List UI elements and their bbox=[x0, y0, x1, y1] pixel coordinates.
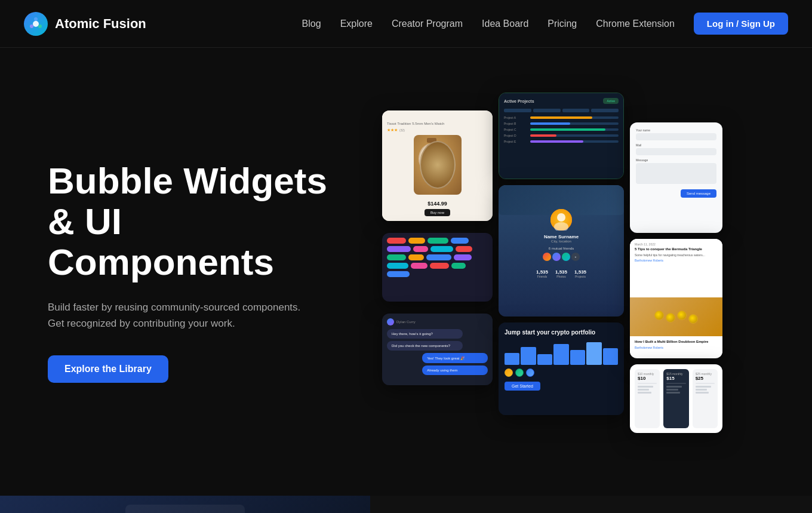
bottom-right-text: Get the Chrome Extension bbox=[370, 493, 812, 513]
svg-rect-11 bbox=[427, 175, 436, 180]
dashboard-row: Project E bbox=[504, 140, 619, 143]
profile-location: City, location bbox=[551, 239, 571, 243]
form-submit-button[interactable]: Send message bbox=[681, 189, 716, 198]
watch-image bbox=[414, 135, 462, 195]
crypto-card: Jump start your crypto portfolio Get Sta… bbox=[499, 322, 624, 415]
explore-library-button[interactable]: Explore the Library bbox=[48, 355, 168, 383]
crypto-bar bbox=[586, 342, 601, 365]
coin-4 bbox=[688, 314, 698, 324]
logo-icon bbox=[24, 12, 48, 36]
stat-friends-value: 1,535 bbox=[536, 269, 548, 275]
profile-inner: Name Surname City, location 6 mutual fri… bbox=[499, 185, 624, 317]
tag-pill bbox=[387, 238, 406, 244]
blog-image-2 bbox=[630, 297, 722, 336]
crypto-cta-button[interactable]: Get Started bbox=[505, 382, 540, 391]
navbar: Atomic Fusion Blog Explore Creator Progr… bbox=[0, 0, 812, 48]
crypto-bar bbox=[553, 344, 568, 365]
svg-point-8 bbox=[423, 150, 440, 167]
blog-coins bbox=[654, 311, 698, 324]
blog-headline-1: 5 Tips to conquer the Bermuda Triangle bbox=[635, 247, 718, 252]
crypto-inner: Jump start your crypto portfolio Get Sta… bbox=[499, 322, 624, 415]
crypto-chart bbox=[505, 341, 618, 365]
pricing-feature bbox=[666, 392, 680, 394]
logo[interactable]: Atomic Fusion bbox=[24, 12, 146, 36]
tag-pill bbox=[426, 254, 451, 260]
dashboard-title: Active Projects bbox=[504, 99, 534, 103]
tag-pill bbox=[387, 246, 411, 252]
mutual-avatar bbox=[543, 253, 551, 261]
crypto-bar bbox=[537, 354, 552, 365]
hero-subtitle-line2: Get recognized by contributing your work… bbox=[48, 318, 235, 329]
pricing-enterprise: $25 monthly $25 bbox=[693, 369, 718, 428]
tag-pill bbox=[387, 263, 408, 269]
screenshots-grid: Tissot Tradition 5.5mm Men's Watch ★★★ (… bbox=[382, 93, 788, 451]
nav-link-idea[interactable]: Idea Board bbox=[482, 19, 528, 29]
blog-body-1: Some helpful tips for navigating treache… bbox=[635, 253, 718, 257]
pricing-feature bbox=[696, 389, 707, 391]
mutual-friends-avatars: + bbox=[543, 253, 580, 261]
watch-buy-button[interactable]: Buy now bbox=[425, 209, 450, 216]
tag-pill bbox=[408, 254, 424, 260]
form-name-field bbox=[636, 133, 716, 140]
tag-pill bbox=[451, 263, 466, 269]
watch-card-inner: Tissot Tradition 5.5mm Men's Watch ★★★ (… bbox=[382, 110, 493, 221]
svg-point-13 bbox=[557, 213, 565, 222]
dashboard-card: Active Projects Active Project A Project… bbox=[499, 93, 624, 179]
tag-pill bbox=[456, 246, 472, 252]
tag-pill bbox=[454, 254, 472, 260]
blog-author-1: Bartholomew Roberts bbox=[635, 259, 718, 262]
login-signup-button[interactable]: Log in / Sign Up bbox=[694, 13, 788, 35]
nav-link-creator[interactable]: Creator Program bbox=[392, 19, 463, 29]
tag-pill bbox=[387, 271, 410, 277]
crypto-bar bbox=[603, 348, 618, 365]
tags-card bbox=[382, 233, 493, 302]
nav-link-blog[interactable]: Blog bbox=[302, 19, 321, 29]
dashboard-badge: Active bbox=[603, 98, 619, 104]
tag-pill bbox=[408, 238, 425, 244]
form-msg-label: Message bbox=[636, 158, 716, 162]
pricing-card: $10 monthly $10 $15 monthly $15 $25 bbox=[630, 364, 722, 433]
dashboard-row: Project C bbox=[504, 128, 619, 131]
tag-pill bbox=[430, 246, 453, 252]
pricing-pro-amount: $15 bbox=[666, 376, 685, 381]
pricing-divider bbox=[696, 383, 715, 384]
hero-subtitle-line1: Build faster by reusing community-source… bbox=[48, 302, 300, 313]
pricing-free-amount: $10 bbox=[638, 376, 657, 381]
tag-pill bbox=[427, 238, 448, 244]
pricing-feature bbox=[696, 392, 709, 394]
hero-section: Bubble Widgets & UI Components Build fas… bbox=[0, 48, 812, 496]
profile-mutual: 6 mutual friends bbox=[549, 247, 574, 250]
chat-message-me: Yes! They look great 🎉 bbox=[422, 353, 488, 363]
tag-pill bbox=[451, 238, 469, 244]
dashboard-inner: Active Projects Active Project A Project… bbox=[499, 93, 623, 179]
watch-card: Tissot Tradition 5.5mm Men's Watch ★★★ (… bbox=[382, 110, 493, 221]
blog-card: March 11, 2022 5 Tips to conquer the Ber… bbox=[630, 239, 722, 358]
stat-projects-value: 1,535 bbox=[574, 269, 586, 275]
pricing-feature bbox=[696, 386, 711, 388]
tag-pill bbox=[430, 263, 449, 269]
profile-avatar-image bbox=[550, 209, 572, 231]
crypto-bar bbox=[521, 347, 536, 365]
blog-author-2: Bartholomew Roberts bbox=[635, 346, 718, 349]
crypto-title: Jump start your crypto portfolio bbox=[505, 328, 618, 336]
stat-projects-label: Projects bbox=[575, 275, 586, 278]
profile-name: Name Surname bbox=[544, 234, 579, 239]
nav-link-chrome[interactable]: Chrome Extension bbox=[596, 19, 675, 29]
tags-grid bbox=[382, 233, 493, 282]
stat-photos-value: 1,535 bbox=[555, 269, 567, 275]
tag-pill bbox=[387, 254, 406, 260]
form-inner: Your name Mail Message Send message bbox=[630, 122, 722, 233]
svg-point-2 bbox=[38, 24, 42, 28]
chat-message-other: Did you check the new components? bbox=[387, 341, 463, 351]
bottom-section: Chrome Extension Preview Get the Chrome … bbox=[0, 496, 812, 513]
nav-link-explore[interactable]: Explore bbox=[340, 19, 373, 29]
stat-friends-label: Friends bbox=[537, 275, 548, 278]
svg-rect-4 bbox=[427, 138, 436, 143]
pricing-divider bbox=[666, 383, 685, 384]
svg-point-5 bbox=[419, 143, 445, 174]
nav-link-pricing[interactable]: Pricing bbox=[548, 19, 577, 29]
pricing-pro: $15 monthly $15 bbox=[663, 369, 688, 428]
pricing-feature bbox=[666, 389, 678, 391]
stat-photos-label: Photos bbox=[556, 275, 566, 278]
stat-projects: 1,535 Projects bbox=[574, 269, 586, 278]
